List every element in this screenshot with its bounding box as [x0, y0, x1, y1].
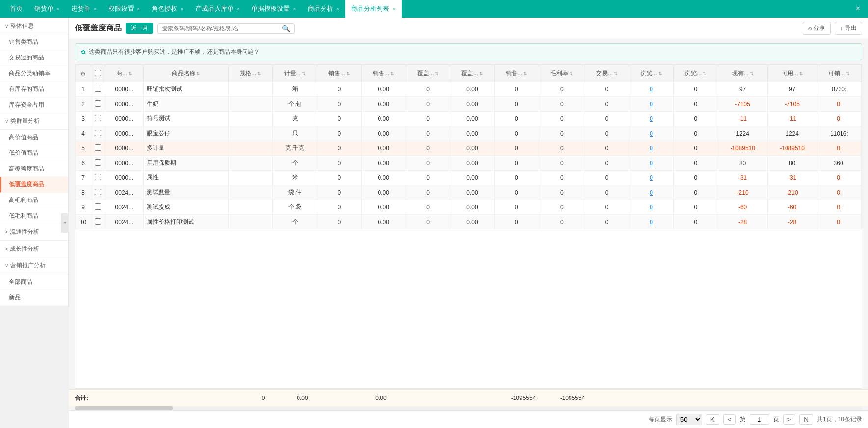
row-checkbox[interactable] [95, 86, 101, 92]
th-checkbox[interactable] [91, 65, 105, 82]
th-trade[interactable]: 交易...⇅ [585, 65, 629, 82]
sidebar-item-stock-capital[interactable]: 库存资金占用 [0, 97, 68, 113]
th-spec[interactable]: 规格...⇅ [228, 65, 272, 82]
sidebar-collapse-button[interactable]: « [61, 213, 69, 233]
sidebar-section-flow[interactable]: > 流通性分析 [0, 224, 68, 241]
cell-browse1[interactable]: 0 [629, 97, 673, 112]
share-button[interactable]: ⎋ 分享 [803, 22, 831, 35]
period-button[interactable]: 近一月 [126, 23, 153, 34]
cell-checkbox[interactable] [91, 82, 105, 97]
nav-item-product[interactable]: 产成品入库单 × [190, 0, 245, 18]
nav-item-analysis[interactable]: 商品分析 × [302, 0, 345, 18]
cell-checkbox[interactable] [91, 97, 105, 112]
cell-checkbox[interactable] [91, 171, 105, 185]
cell-browse1[interactable]: 0 [629, 171, 673, 185]
sidebar-item-high-value[interactable]: 高价值商品 [0, 130, 68, 145]
th-cover2[interactable]: 覆盖...⇅ [450, 65, 494, 82]
first-page-button[interactable]: K [706, 414, 719, 425]
sidebar-section-growth[interactable]: > 成长性分析 [0, 241, 68, 257]
nav-close-permission[interactable]: × [137, 6, 140, 12]
row-checkbox[interactable] [95, 218, 101, 225]
nav-item-purchase[interactable]: 进货单 × [65, 0, 102, 18]
cell-browse1[interactable]: 0 [629, 156, 673, 171]
th-name[interactable]: 商品名称⇅ [143, 65, 228, 82]
row-checkbox[interactable] [95, 100, 101, 107]
th-sales1[interactable]: 销售...⇅ [317, 65, 361, 82]
row-checkbox[interactable] [95, 130, 101, 136]
select-all-checkbox[interactable] [95, 70, 101, 76]
nav-item-analysis-list[interactable]: 商品分析列表 × [345, 0, 401, 18]
cell-browse1[interactable]: 0 [629, 215, 673, 229]
sidebar-item-stock-goods[interactable]: 有库存的商品 [0, 82, 68, 97]
last-page-button[interactable]: N [799, 414, 813, 425]
cell-browse1[interactable]: 0 [629, 112, 673, 126]
nav-item-template[interactable]: 单据模板设置 × [245, 0, 301, 18]
th-browse2[interactable]: 浏览...⇅ [674, 65, 718, 82]
cell-checkbox[interactable] [91, 112, 105, 126]
row-checkbox[interactable] [95, 189, 101, 195]
per-page-select[interactable]: 10 20 50 100 [676, 414, 702, 425]
nav-close-analysis-list[interactable]: × [392, 6, 395, 12]
sidebar-item-traded-goods[interactable]: 交易过的商品 [0, 50, 68, 66]
cell-checkbox[interactable] [91, 156, 105, 171]
sidebar-item-low-margin[interactable]: 低毛利商品 [0, 208, 68, 224]
cell-browse1[interactable]: 0 [629, 126, 673, 141]
th-settings[interactable]: ⚙ [76, 65, 91, 82]
cell-checkbox[interactable] [91, 185, 105, 200]
th-unit[interactable]: 计量...⇅ [272, 65, 317, 82]
th-browse1[interactable]: 浏览...⇅ [629, 65, 673, 82]
settings-icon[interactable]: ⚙ [81, 70, 86, 77]
th-gross[interactable]: 毛利率⇅ [539, 65, 585, 82]
next-page-button[interactable]: > [783, 414, 796, 425]
cell-checkbox[interactable] [91, 215, 105, 229]
cell-checkbox[interactable] [91, 141, 105, 156]
nav-close-analysis[interactable]: × [336, 6, 339, 12]
sidebar-item-sales-goods[interactable]: 销售类商品 [0, 34, 68, 50]
th-cover1[interactable]: 覆盖...⇅ [406, 65, 450, 82]
scrollbar-thumb[interactable] [75, 406, 173, 410]
th-sales2[interactable]: 销售...⇅ [361, 65, 406, 82]
sidebar-section-cluster[interactable]: ∨ 类群量分析 [0, 113, 68, 130]
search-input[interactable] [162, 25, 282, 32]
nav-close-template[interactable]: × [293, 6, 296, 12]
nav-close-role[interactable]: × [180, 6, 183, 12]
search-icon[interactable]: 🔍 [282, 25, 290, 32]
nav-close-sales[interactable]: × [56, 6, 59, 12]
nav-close-purchase[interactable]: × [93, 6, 96, 12]
window-close-button[interactable]: × [852, 4, 864, 13]
th-stock2[interactable]: 可用...⇅ [767, 65, 817, 82]
sidebar-section-overview[interactable]: ∨ 整体信息 [0, 18, 68, 34]
cell-checkbox[interactable] [91, 126, 105, 141]
sidebar-item-low-value[interactable]: 低价值商品 [0, 145, 68, 161]
nav-item-sales[interactable]: 销货单 × [28, 0, 65, 18]
row-checkbox[interactable] [95, 159, 101, 166]
sidebar-item-high-coverage[interactable]: 高覆盖度商品 [0, 161, 68, 177]
row-checkbox[interactable] [95, 144, 101, 151]
page-number-input[interactable] [750, 414, 769, 425]
cell-browse1[interactable]: 0 [629, 185, 673, 200]
sidebar-item-category-rate[interactable]: 商品分类动销率 [0, 66, 68, 82]
cell-browse1[interactable]: 0 [629, 200, 673, 215]
sidebar-item-high-margin[interactable]: 高毛利商品 [0, 193, 68, 208]
nav-item-home[interactable]: 首页 [4, 0, 28, 18]
export-button[interactable]: ↑ 导出 [835, 22, 862, 35]
th-sellable[interactable]: 可销...⇅ [817, 65, 861, 82]
th-sales3[interactable]: 销售...⇅ [494, 65, 539, 82]
prev-page-button[interactable]: < [723, 414, 736, 425]
row-checkbox[interactable] [95, 115, 101, 121]
cell-browse1[interactable]: 0 [629, 82, 673, 97]
cell-checkbox[interactable] [91, 200, 105, 215]
horizontal-scrollbar[interactable] [75, 406, 862, 410]
th-stock1[interactable]: 现有...⇅ [718, 65, 767, 82]
row-checkbox[interactable] [95, 203, 101, 210]
nav-item-permission[interactable]: 权限设置 × [103, 0, 146, 18]
nav-item-role[interactable]: 角色授权 × [146, 0, 189, 18]
sidebar-item-all-goods[interactable]: 全部商品 [0, 274, 68, 290]
sidebar-item-low-coverage[interactable]: 低覆盖度商品 [0, 177, 68, 193]
nav-close-product[interactable]: × [237, 6, 240, 12]
sidebar-item-new-goods[interactable]: 新品 [0, 290, 68, 306]
th-code[interactable]: 商...⇅ [105, 65, 144, 82]
row-checkbox[interactable] [95, 174, 101, 180]
sidebar-section-marketing[interactable]: ∨ 营销推广分析 [0, 257, 68, 274]
cell-browse1[interactable]: 0 [629, 141, 673, 156]
